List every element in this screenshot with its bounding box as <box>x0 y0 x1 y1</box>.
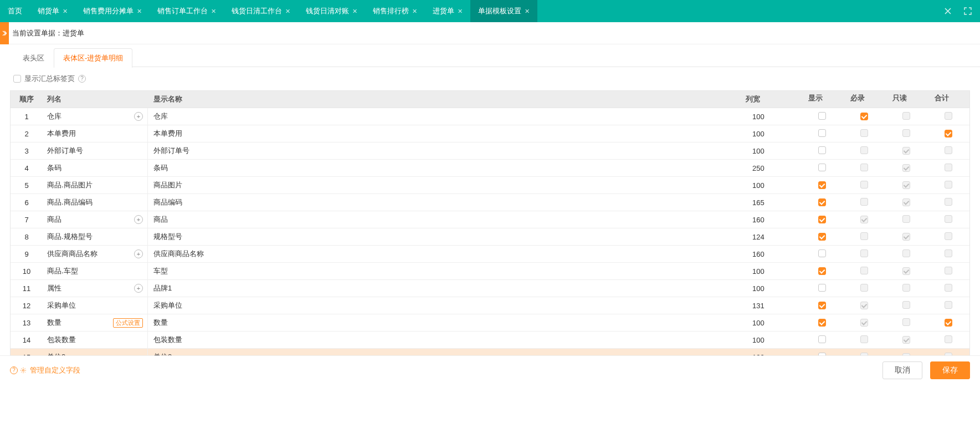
row-display-name[interactable]: 商品图片 <box>148 177 747 193</box>
table-row[interactable]: 14包装数量包装数量100 <box>11 332 969 349</box>
row-display-name[interactable]: 仓库 <box>148 108 747 125</box>
table-row[interactable]: 3外部订单号外部订单号100 <box>11 142 969 160</box>
checkbox[interactable] <box>818 353 826 356</box>
row-width[interactable]: 100 <box>747 281 801 296</box>
plus-icon[interactable]: + <box>134 215 143 224</box>
row-display-name[interactable]: 商品编码 <box>148 194 747 211</box>
row-width[interactable]: 100 <box>747 264 801 279</box>
close-all-tabs-icon[interactable] <box>940 3 956 19</box>
close-icon[interactable]: ✕ <box>285 8 290 15</box>
row-display-name[interactable]: 供应商商品名称 <box>148 246 747 262</box>
checkbox[interactable] <box>818 146 826 154</box>
table-row[interactable]: 6商品.商品编码商品编码165 <box>11 194 969 211</box>
checkbox[interactable] <box>818 216 826 223</box>
manage-custom-fields-link[interactable]: 管理自定义字段 <box>20 365 80 375</box>
table-row[interactable]: 1仓库+仓库100 <box>11 108 969 125</box>
top-tab[interactable]: 销售订单工作台✕ <box>150 0 224 22</box>
inner-tab[interactable]: 表体区-进货单明细 <box>54 48 132 68</box>
row-display-name[interactable]: 外部订单号 <box>148 142 747 159</box>
footer-help-icon[interactable]: ? <box>10 366 18 374</box>
plus-icon[interactable]: + <box>134 249 143 258</box>
top-tab[interactable]: 钱货日清工作台✕ <box>224 0 298 22</box>
row-display-name[interactable]: 条码 <box>148 160 747 176</box>
row-display-name[interactable]: 单位2 <box>148 349 747 355</box>
row-width[interactable]: 165 <box>747 195 801 210</box>
checkbox[interactable] <box>818 129 826 137</box>
table-row[interactable]: 8商品.规格型号规格型号124 <box>11 228 969 246</box>
close-icon[interactable]: ✕ <box>352 8 357 15</box>
row-show-cell <box>801 282 843 295</box>
row-width[interactable]: 100 <box>747 126 801 141</box>
top-tab[interactable]: 首页 <box>0 0 30 22</box>
row-display-name[interactable]: 数量 <box>148 314 747 331</box>
row-width[interactable]: 131 <box>747 298 801 313</box>
checkbox[interactable] <box>945 130 952 137</box>
row-display-name[interactable]: 商品 <box>148 211 747 228</box>
row-name-cell: 商品.商品编码 <box>43 194 148 211</box>
row-width[interactable]: 100 <box>747 315 801 330</box>
checkbox[interactable] <box>818 267 826 275</box>
close-icon[interactable]: ✕ <box>412 8 417 15</box>
row-width[interactable]: 124 <box>747 230 801 244</box>
checkbox[interactable] <box>818 198 826 206</box>
row-width[interactable]: 100 <box>747 144 801 159</box>
table-row[interactable]: 12采购单位采购单位131 <box>11 297 969 314</box>
close-icon[interactable]: ✕ <box>211 8 216 15</box>
row-display-name[interactable]: 规格型号 <box>148 228 747 245</box>
row-display-name[interactable]: 品牌1 <box>148 280 747 297</box>
row-name: 商品.商品编码 <box>47 197 93 207</box>
table-row[interactable]: 11属性+品牌1100 <box>11 280 969 297</box>
close-icon[interactable]: ✕ <box>63 8 68 15</box>
row-display-name[interactable]: 包装数量 <box>148 332 747 348</box>
checkbox[interactable] <box>860 113 868 120</box>
plus-icon[interactable]: + <box>134 284 143 293</box>
checkbox[interactable] <box>945 319 952 327</box>
top-tab[interactable]: 销货单✕ <box>30 0 75 22</box>
summary-option-checkbox[interactable] <box>13 75 21 83</box>
checkbox[interactable] <box>818 249 826 257</box>
inner-tab[interactable]: 表头区 <box>13 48 54 68</box>
top-tab[interactable]: 销售排行榜✕ <box>365 0 425 22</box>
close-icon[interactable]: ✕ <box>525 8 530 15</box>
table-row[interactable]: 2本单费用本单费用100 <box>11 125 969 142</box>
expand-handle[interactable] <box>0 22 9 44</box>
close-icon[interactable]: ✕ <box>458 8 463 15</box>
plus-icon[interactable]: + <box>134 112 143 121</box>
fullscreen-icon[interactable] <box>960 3 976 19</box>
row-width[interactable]: 100 <box>747 350 801 356</box>
cancel-button[interactable]: 取消 <box>882 361 922 379</box>
close-icon[interactable]: ✕ <box>137 8 142 15</box>
checkbox <box>860 319 868 327</box>
top-tab[interactable]: 进货单✕ <box>425 0 470 22</box>
checkbox[interactable] <box>818 164 826 171</box>
top-tab[interactable]: 销售费用分摊单✕ <box>75 0 150 22</box>
checkbox[interactable] <box>818 181 826 189</box>
table-row[interactable]: 9供应商商品名称+供应商商品名称160 <box>11 246 969 263</box>
row-width[interactable]: 160 <box>747 247 801 262</box>
checkbox[interactable] <box>818 335 826 343</box>
formula-button[interactable]: 公式设置 <box>113 318 143 328</box>
row-width[interactable]: 100 <box>747 333 801 348</box>
save-button[interactable]: 保存 <box>930 361 970 379</box>
table-row[interactable]: 7商品+商品160 <box>11 211 969 228</box>
row-width[interactable]: 100 <box>747 109 801 124</box>
help-icon[interactable]: ? <box>78 75 86 83</box>
table-row[interactable]: 10商品.车型车型100 <box>11 263 969 280</box>
table-row[interactable]: 15单位2单位2100 <box>11 349 969 355</box>
table-row[interactable]: 5商品.商品图片商品图片100 <box>11 177 969 194</box>
checkbox[interactable] <box>818 112 826 120</box>
row-width[interactable]: 250 <box>747 161 801 176</box>
top-tab[interactable]: 钱货日清对账✕ <box>298 0 365 22</box>
checkbox[interactable] <box>818 302 826 309</box>
checkbox[interactable] <box>818 284 826 292</box>
row-display-name[interactable]: 本单费用 <box>148 125 747 142</box>
table-row[interactable]: 4条码条码250 <box>11 160 969 177</box>
checkbox[interactable] <box>818 233 826 241</box>
row-width[interactable]: 100 <box>747 178 801 193</box>
row-display-name[interactable]: 采购单位 <box>148 297 747 314</box>
top-tab[interactable]: 单据模板设置✕ <box>470 0 537 22</box>
row-width[interactable]: 160 <box>747 212 801 227</box>
table-row[interactable]: 13数量公式设置数量100 <box>11 314 969 332</box>
checkbox[interactable] <box>818 319 826 327</box>
row-display-name[interactable]: 车型 <box>148 263 747 279</box>
